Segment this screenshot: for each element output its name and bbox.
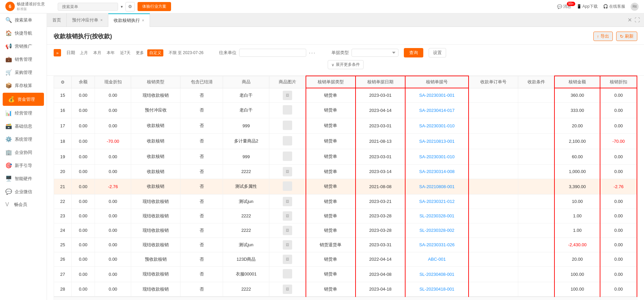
bill-no-link[interactable]: SA-20230301-001	[419, 93, 455, 98]
cell-bill-no[interactable]: SA-20230414-017	[405, 102, 469, 118]
cell-amount: 1.00	[554, 209, 600, 223]
table-row: 15 0.00 0.00 现结收款核销 否 老白干 🖼 销货单 2023-03-…	[54, 88, 637, 102]
refresh-button[interactable]: ↻ 刷新	[616, 32, 637, 41]
sidebar-item-search[interactable]: 🔍 搜索菜单	[0, 13, 47, 27]
sidebar-item-shortcuts[interactable]: 🏠 快捷导航	[0, 27, 47, 40]
top-search-input[interactable]	[58, 3, 118, 11]
bill-type-select[interactable]	[352, 49, 398, 57]
cell-amount: 333.00	[554, 102, 600, 118]
cell-bill-date: 2023-04-18	[356, 282, 405, 297]
bill-no-link[interactable]: SA-20230301-010	[419, 154, 455, 159]
tab-collect[interactable]: 收款核销执行 ×	[108, 13, 150, 27]
top-bar-right: 💬 消息 99+ 📱 App下载 🎧 在线客服 Rit	[557, 3, 639, 11]
cell-bill-no[interactable]: SA-20210813-001	[405, 133, 469, 149]
tab-home[interactable]: 首页	[47, 13, 67, 27]
from-unit-input[interactable]	[239, 49, 306, 57]
cell-type: 收款核销	[131, 179, 180, 194]
dropdown-arrow[interactable]: ▾	[121, 4, 123, 9]
trial-button[interactable]: 体验行业方案	[138, 2, 171, 11]
cell-bill-date: 2021-08-08	[356, 179, 405, 194]
date-range: 不限 至 2023-07-26	[169, 50, 204, 56]
bill-no-link[interactable]: SA-20230331-026	[419, 242, 455, 247]
filter-expand-arrow[interactable]: »	[54, 49, 61, 56]
date-opt-this-month[interactable]: 本月	[91, 49, 103, 56]
app-download[interactable]: 📱 App下载	[577, 4, 598, 9]
bill-no-link[interactable]: SA-20210813-001	[419, 139, 455, 144]
cell-discount: 0.00	[600, 88, 637, 102]
cell-bill-no[interactable]: SA-20210808-001	[405, 179, 469, 194]
bill-no-link[interactable]: SA-20230301-010	[419, 123, 455, 128]
sidebar-item-basicinfo[interactable]: 🗃️ 基础信息	[0, 120, 47, 133]
product-image	[283, 152, 292, 161]
cell-bill-date: 2023-03-14	[356, 164, 405, 179]
cell-bill-no[interactable]: ABC-001	[405, 252, 469, 266]
bill-type-label: 单据类型	[331, 50, 349, 56]
cell-order-no	[469, 266, 518, 282]
sidebar-item-purchase[interactable]: 🛒 采购管理	[0, 66, 47, 79]
sidebar-item-label: 采购管理	[15, 70, 32, 76]
export-button[interactable]: ↑ 导出	[593, 32, 613, 41]
cell-bill-no[interactable]: SL-20230328-001	[405, 209, 469, 223]
cell-type: 收款核销	[131, 118, 180, 133]
query-button[interactable]: 查询	[404, 48, 423, 57]
bill-no-link[interactable]: SA-20230414-017	[419, 108, 455, 113]
sidebar-item-hardware[interactable]: 🖥️ 智能硬件	[0, 172, 47, 185]
cell-bill-no[interactable]: SA-20230331-026	[405, 238, 469, 252]
user-avatar[interactable]: Rit	[631, 3, 639, 11]
cell-bill-no[interactable]: SA-20230301-010	[405, 118, 469, 133]
date-opt-custom[interactable]: 自定义	[147, 49, 163, 56]
sidebar-item-sysadmin[interactable]: ⚙️ 系统管理	[0, 133, 47, 146]
cell-bill-no[interactable]: SA-20230301-001	[405, 88, 469, 102]
cell-payment-cond	[518, 282, 554, 297]
cell-bill-no[interactable]: SL-20230328-002	[405, 223, 469, 238]
cell-bill-date: 2023-03-01	[356, 118, 405, 133]
sidebar-item-business[interactable]: 📊 经营管理	[0, 106, 47, 120]
tab-close-prepay[interactable]: ×	[100, 18, 103, 23]
expand-conditions-button[interactable]: ∨ 展开更多条件	[328, 60, 364, 69]
bill-no-link[interactable]: SL-20230328-002	[419, 228, 454, 233]
cell-bill-no[interactable]: SA-20230301-010	[405, 149, 469, 164]
bill-no-link[interactable]: SL-20230328-001	[419, 213, 454, 218]
bill-no-link[interactable]: SA-20230314-008	[419, 169, 455, 174]
table-header-row: ⚙ 余额 现金折扣 核销类型 包含已结清 商品 商品图片 核销单据类型 核销单据…	[54, 76, 637, 88]
cell-no: 18	[54, 133, 72, 149]
bill-no-link[interactable]: SA-20230321-012	[419, 199, 455, 204]
close-tab-icon[interactable]: ✕	[628, 17, 632, 23]
date-opt-last-month[interactable]: 上月	[78, 49, 90, 56]
bill-no-link[interactable]: SL-20230418-001	[419, 287, 454, 292]
sidebar-item-enterprise[interactable]: 🏢 企业协同	[0, 146, 47, 159]
sidebar-item-label: 快捷导航	[15, 30, 32, 36]
sidebar-item-marketing[interactable]: 📢 营销推广	[0, 40, 47, 53]
sidebar-item-finance[interactable]: 💰 资金管理	[3, 93, 44, 106]
cell-bill-no[interactable]: SL-20230408-001	[405, 266, 469, 282]
cell-cash-discount: 0.00	[95, 194, 131, 209]
bill-no-link[interactable]: SL-20230408-001	[419, 272, 454, 277]
cell-no: 27	[54, 266, 72, 282]
cell-no: 25	[54, 238, 72, 252]
date-opt-this-year[interactable]: 本年	[105, 49, 117, 56]
cell-goods-img	[269, 149, 306, 164]
sidebar-item-wecom[interactable]: 💬 企业微信	[0, 185, 47, 198]
cell-no: 21	[54, 179, 72, 194]
sidebar-item-inventory[interactable]: 📦 库存核算	[0, 79, 47, 92]
tab-close-collect[interactable]: ×	[142, 18, 144, 23]
tab-prepay[interactable]: 预付冲应付单 ×	[67, 13, 108, 27]
online-service[interactable]: 🎧 在线客服	[603, 4, 625, 9]
settings-button[interactable]: 设置	[429, 48, 446, 57]
maximize-icon[interactable]: ⛶	[635, 17, 640, 23]
message-icon[interactable]: 💬 消息 99+	[557, 4, 571, 9]
sidebar-item-sales[interactable]: 💼 销售管理	[0, 53, 47, 66]
cell-bill-no[interactable]: SA-20230321-012	[405, 194, 469, 209]
bill-no-link[interactable]: ABC-001	[428, 257, 446, 262]
sidebar-item-member[interactable]: V 畅会员	[0, 198, 47, 211]
cell-bill-no[interactable]: SA-20230314-008	[405, 164, 469, 179]
cell-cash-discount: 0.00	[95, 252, 131, 266]
sidebar-item-newbie[interactable]: 🎯 新手引导	[0, 159, 47, 172]
gear-icon[interactable]: ⚙	[125, 2, 135, 11]
date-opt-7days[interactable]: 近7天	[118, 49, 132, 56]
cell-amount: -2,430.00	[554, 238, 600, 252]
bill-no-link[interactable]: SA-20210808-001	[419, 184, 455, 189]
date-opt-more[interactable]: 更多	[134, 49, 146, 56]
cell-bill-no[interactable]: SL-20230418-001	[405, 282, 469, 297]
cell-payment-cond	[518, 133, 554, 149]
